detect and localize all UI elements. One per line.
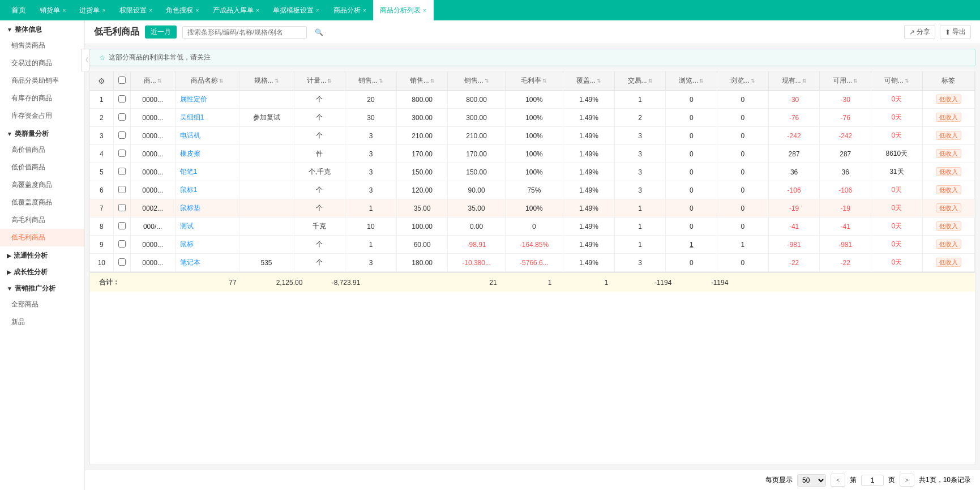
- nav-product-analysis-list-close[interactable]: ×: [423, 7, 426, 14]
- col-code[interactable]: 商...⇅: [130, 71, 175, 91]
- export-button[interactable]: ⬆ 导出: [940, 25, 971, 39]
- row-checkbox-cell[interactable]: [113, 218, 130, 236]
- row-checkbox[interactable]: [118, 113, 126, 121]
- row-checkbox-cell[interactable]: [113, 181, 130, 199]
- nav-purchase[interactable]: 进货单 ×: [72, 0, 112, 20]
- sidebar-group-flow[interactable]: ▶ 流通性分析: [0, 246, 84, 263]
- col-view2[interactable]: 浏览...⇅: [717, 71, 769, 91]
- search-input[interactable]: [182, 26, 307, 39]
- row-checkbox[interactable]: [118, 222, 126, 229]
- nav-products-in[interactable]: 产成品入库单 ×: [206, 0, 266, 20]
- nav-product-analysis[interactable]: 商品分析 ×: [327, 0, 373, 20]
- row-checkbox-cell[interactable]: [113, 127, 130, 145]
- col-sales-price[interactable]: 销售...⇅: [396, 71, 448, 91]
- sidebar-item-in-stock[interactable]: 有库存的商品: [0, 90, 84, 107]
- nav-permissions-close[interactable]: ×: [149, 7, 152, 14]
- col-saleable[interactable]: 可销...⇅: [871, 71, 923, 91]
- col-gross-margin[interactable]: 毛利率⇅: [505, 71, 563, 91]
- sidebar-item-high-margin[interactable]: 高毛利商品: [0, 211, 84, 229]
- col-spec[interactable]: 规格...⇅: [239, 71, 294, 91]
- row-checkbox[interactable]: [118, 186, 126, 193]
- share-button[interactable]: ↗ 分享: [904, 25, 935, 39]
- nav-roles-close[interactable]: ×: [195, 7, 199, 14]
- nav-products-in-close[interactable]: ×: [256, 7, 259, 14]
- row-checkbox[interactable]: [118, 150, 126, 157]
- row-name[interactable]: 鼠标: [175, 236, 239, 254]
- row-name[interactable]: 笔记本: [175, 254, 239, 272]
- select-all-checkbox[interactable]: [118, 76, 126, 84]
- row-no: 2: [90, 109, 113, 127]
- nav-roles[interactable]: 角色授权 ×: [159, 0, 206, 20]
- sidebar-item-high-coverage[interactable]: 高覆盖度商品: [0, 176, 84, 194]
- sidebar-item-new-products[interactable]: 新品: [0, 313, 84, 331]
- table-row: 3 0000... 电话机 个 3 210.00 210.00 100% 1.4…: [90, 127, 975, 145]
- row-name[interactable]: 测试: [175, 218, 239, 236]
- sidebar-item-low-margin[interactable]: 低毛利商品: [0, 229, 84, 246]
- sidebar-item-high-value[interactable]: 高价值商品: [0, 141, 84, 159]
- row-name[interactable]: 属性定价: [175, 91, 239, 109]
- row-name[interactable]: 吴细细1: [175, 109, 239, 127]
- sidebar-item-category-rate[interactable]: 商品分类助销率: [0, 72, 84, 90]
- sidebar-item-low-value[interactable]: 低价值商品: [0, 159, 84, 176]
- nav-templates[interactable]: 单据模板设置 ×: [266, 0, 326, 20]
- nav-sales[interactable]: 销货单 ×: [33, 0, 72, 20]
- row-checkbox-cell[interactable]: [113, 91, 130, 109]
- col-unit[interactable]: 计量...⇅: [294, 71, 345, 91]
- row-name[interactable]: 橡皮擦: [175, 145, 239, 163]
- nav-permissions[interactable]: 权限设置 ×: [113, 0, 159, 20]
- nav-templates-close[interactable]: ×: [316, 7, 319, 14]
- row-coverage: 1.49%: [563, 236, 615, 254]
- row-checkbox-cell[interactable]: [113, 199, 130, 218]
- settings-col-header[interactable]: ⚙: [90, 71, 113, 91]
- sidebar-item-low-coverage[interactable]: 低覆盖度商品: [0, 194, 84, 211]
- row-checkbox[interactable]: [118, 131, 126, 139]
- sidebar-item-traded-products[interactable]: 交易过的商品: [0, 54, 84, 72]
- sidebar-item-all-products[interactable]: 全部商品: [0, 296, 84, 313]
- row-view1[interactable]: 1: [666, 236, 717, 254]
- row-checkbox[interactable]: [118, 240, 126, 248]
- row-checkbox-cell[interactable]: [113, 109, 130, 127]
- col-name[interactable]: 商品名称⇅: [175, 71, 239, 91]
- col-coverage[interactable]: 覆盖...⇅: [563, 71, 615, 91]
- row-name[interactable]: 鼠标垫: [175, 199, 239, 218]
- nav-sales-close[interactable]: ×: [62, 7, 66, 14]
- row-checkbox[interactable]: [118, 258, 126, 266]
- nav-product-analysis-list[interactable]: 商品分析列表 ×: [373, 0, 433, 20]
- row-name[interactable]: 鼠标1: [175, 181, 239, 199]
- row-checkbox-cell[interactable]: [113, 254, 130, 272]
- search-icon[interactable]: 🔍: [315, 28, 323, 36]
- sidebar-collapse-button[interactable]: 《: [81, 49, 90, 71]
- filter-recent-month-button[interactable]: 近一月: [145, 25, 177, 39]
- row-name[interactable]: 电话机: [175, 127, 239, 145]
- col-trade-count[interactable]: 交易...⇅: [614, 71, 666, 91]
- sidebar-group-growth[interactable]: ▶ 成长性分析: [0, 263, 84, 279]
- row-checkbox[interactable]: [118, 95, 126, 103]
- col-tag[interactable]: 标签: [922, 71, 974, 91]
- row-checkbox-cell[interactable]: [113, 163, 130, 181]
- sidebar-item-sales-products[interactable]: 销售类商品: [0, 37, 84, 54]
- row-checkbox-cell[interactable]: [113, 145, 130, 163]
- col-sales-qty[interactable]: 销售...⇅: [345, 71, 397, 91]
- row-checkbox[interactable]: [118, 168, 126, 175]
- col-available[interactable]: 可用...⇅: [820, 71, 871, 91]
- row-checkbox[interactable]: [118, 204, 126, 211]
- col-sales-amount[interactable]: 销售...⇅: [448, 71, 505, 91]
- next-page-button[interactable]: ＞: [900, 474, 914, 487]
- nav-product-analysis-close[interactable]: ×: [363, 7, 366, 14]
- col-current-stock[interactable]: 现有...⇅: [768, 71, 820, 91]
- checkbox-col-header[interactable]: [113, 71, 130, 91]
- sidebar-group-overall[interactable]: ▼ 整体信息: [0, 20, 84, 37]
- row-name[interactable]: 铅笔1: [175, 163, 239, 181]
- sidebar-item-stock-fund[interactable]: 库存资金占用: [0, 107, 84, 125]
- sidebar-group-cluster[interactable]: ▼ 类群量分析: [0, 125, 84, 141]
- col-view1[interactable]: 浏览...⇅: [666, 71, 717, 91]
- row-checkbox-cell[interactable]: [113, 236, 130, 254]
- prev-page-button[interactable]: ＜: [831, 474, 845, 487]
- page-number-input[interactable]: [861, 475, 884, 486]
- nav-home[interactable]: 首页: [5, 0, 33, 20]
- settings-icon[interactable]: ⚙: [98, 76, 105, 86]
- page-size-select[interactable]: 50 100: [797, 474, 826, 487]
- tag-label: 低收入: [936, 149, 961, 158]
- sidebar-group-marketing[interactable]: ▼ 营销推广分析: [0, 279, 84, 296]
- nav-purchase-close[interactable]: ×: [102, 7, 105, 14]
